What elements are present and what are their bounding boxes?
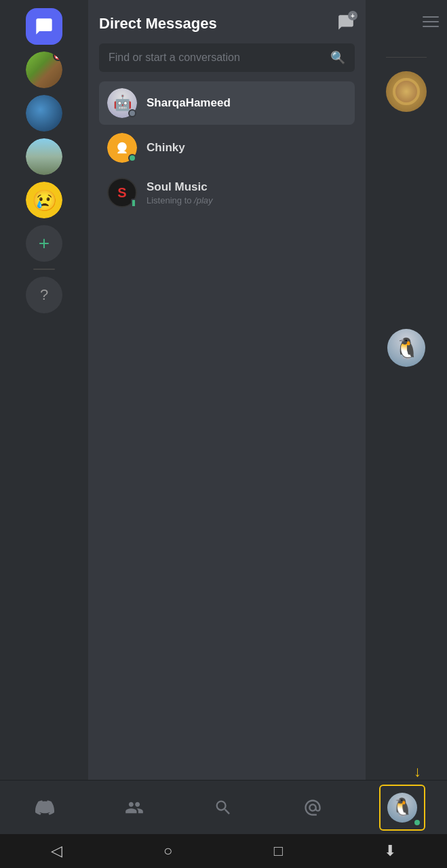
right-panel-avatar-1[interactable] <box>386 71 427 112</box>
mentions-icon <box>303 798 322 817</box>
android-extra-button[interactable]: ⬇ <box>384 842 396 860</box>
new-dm-button[interactable]: + <box>337 14 355 34</box>
avatar-soul: S <box>107 178 137 208</box>
conversation-item-soul[interactable]: S Soul Music Listening to /play <box>99 171 355 214</box>
app-container: 😢 + ? Direct Messages <box>0 0 447 868</box>
dm-panel: Direct Messages + Find or start a conver… <box>88 0 366 780</box>
conversation-list: 🤖 SharqaHameed <box>99 81 355 214</box>
conversation-item-sharqa[interactable]: 🤖 SharqaHameed <box>99 81 355 125</box>
nav-tab-mentions[interactable] <box>292 787 333 828</box>
nav-tab-search[interactable] <box>203 787 244 828</box>
add-server-button[interactable]: + <box>26 225 62 262</box>
bottom-nav: ↓ 🐧 ◁ ○ □ ⬇ <box>0 780 447 868</box>
help-icon: ? <box>40 286 48 304</box>
search-box[interactable]: Find or start a conversation 🔍 <box>99 43 355 72</box>
android-home-button[interactable]: ○ <box>163 842 172 860</box>
conv-name-chinky: Chinky <box>147 141 185 155</box>
menu-icon[interactable] <box>423 14 439 34</box>
friends-icon <box>125 798 144 817</box>
avatar-sharqa: 🤖 <box>107 88 137 118</box>
user-avatar-content: 🐧 <box>387 793 417 823</box>
nav-tab-friends[interactable] <box>114 787 155 828</box>
user-avatar: 🐧 <box>387 793 417 823</box>
svg-rect-0 <box>56 53 61 58</box>
sidebar-item-mountain-server[interactable] <box>26 138 62 175</box>
android-back-button[interactable]: ◁ <box>51 842 62 860</box>
search-nav-icon <box>214 798 233 817</box>
conv-info-sharqa: SharqaHameed <box>147 96 231 110</box>
status-dot-chinky <box>128 154 136 162</box>
svg-rect-4 <box>423 21 439 22</box>
sidebar-item-emoji-server[interactable]: 😢 <box>26 182 62 218</box>
right-panel-avatar-emoji: 🐧 <box>387 329 425 367</box>
conv-name-soul: Soul Music <box>147 180 213 194</box>
sidebar-dm-button[interactable] <box>26 8 62 45</box>
conv-info-soul: Soul Music Listening to /play <box>147 180 213 205</box>
sidebar-item-minecraft[interactable] <box>26 52 62 88</box>
search-icon: 🔍 <box>330 50 345 65</box>
conv-status-soul: Listening to /play <box>147 195 213 205</box>
ring-icon <box>393 78 420 105</box>
slash-command: /play <box>194 195 212 205</box>
main-area: 😢 + ? Direct Messages <box>0 0 447 780</box>
nav-tabs: ↓ 🐧 <box>0 780 447 834</box>
status-dot-sharqa <box>128 109 136 117</box>
svg-rect-3 <box>423 16 439 18</box>
nav-tab-discord[interactable] <box>24 787 65 828</box>
nav-tab-profile[interactable]: ↓ 🐧 <box>382 787 423 828</box>
soul-avatar-letter: S <box>117 185 126 201</box>
android-nav: ◁ ○ □ ⬇ <box>0 834 447 868</box>
svg-point-2 <box>117 142 127 152</box>
help-button[interactable]: ? <box>26 277 62 313</box>
right-panel-divider <box>386 57 427 58</box>
dm-header: Direct Messages + <box>99 14 355 34</box>
avatar-chinky <box>107 133 137 163</box>
search-placeholder: Find or start a conversation <box>109 52 240 64</box>
dm-panel-title: Direct Messages <box>99 15 217 33</box>
right-panel-avatar-2[interactable]: 🐧 <box>387 329 425 367</box>
status-dot-soul <box>131 199 136 208</box>
android-recents-button[interactable]: □ <box>274 842 283 860</box>
discord-icon <box>35 798 54 817</box>
conv-info-chinky: Chinky <box>147 141 185 155</box>
new-dm-plus-badge: + <box>348 11 357 20</box>
conversation-item-chinky[interactable]: Chinky <box>99 126 355 170</box>
dm-header-icons: + <box>337 14 355 34</box>
emoji-avatar: 😢 <box>26 182 62 218</box>
notification-badge <box>53 52 62 61</box>
svg-rect-5 <box>423 26 439 27</box>
right-panel: 🐧 <box>366 0 447 780</box>
highlight-arrow: ↓ <box>414 763 421 781</box>
conv-name-sharqa: SharqaHameed <box>147 96 231 110</box>
sidebar: 😢 + ? <box>0 0 88 780</box>
sidebar-item-blue-server[interactable] <box>26 95 62 132</box>
plus-icon: + <box>39 234 50 253</box>
sidebar-divider <box>33 269 55 270</box>
user-online-dot <box>413 818 421 827</box>
